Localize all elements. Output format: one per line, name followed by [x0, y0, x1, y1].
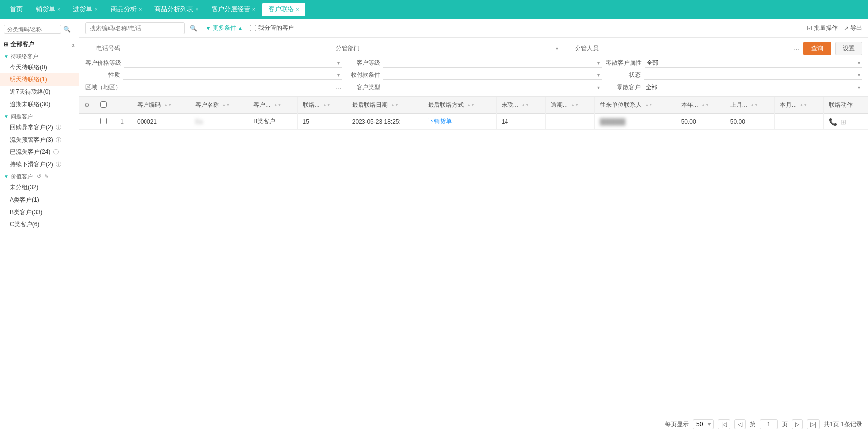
sort-contact-icon[interactable]: ▲▼: [323, 103, 331, 107]
value-refresh-icon[interactable]: ↺: [37, 173, 41, 180]
page-input[interactable]: [760, 419, 778, 429]
nav-purchase-order[interactable]: 进货单 ×: [67, 3, 103, 16]
per-page-select[interactable]: 50: [693, 419, 714, 429]
nav-close-contact[interactable]: ×: [296, 6, 299, 12]
sidebar-item-tomorrow[interactable]: 明天待联络(1): [0, 73, 79, 86]
retail-customer-select[interactable]: 全部: [644, 83, 862, 92]
td-unit-contact: ██████: [595, 114, 676, 130]
nav-home[interactable]: 首页: [4, 3, 29, 16]
grid-action-icon[interactable]: ⊞: [840, 118, 846, 126]
sort-this-year-icon[interactable]: ▲▼: [701, 103, 709, 107]
sidebar-item-7days[interactable]: 近7天待联络(0): [0, 86, 79, 98]
sidebar-item-churned[interactable]: 已流失客户(24) ⓘ: [0, 146, 79, 158]
sidebar-search-input[interactable]: [4, 25, 61, 34]
nav-sales-order[interactable]: 销货单 ×: [30, 3, 66, 16]
select-all-checkbox[interactable]: [100, 101, 107, 108]
price-level-select[interactable]: [124, 58, 342, 67]
sort-code-icon[interactable]: ▲▼: [164, 103, 172, 107]
sort-uncontacted-icon[interactable]: ▲▼: [521, 103, 529, 107]
td-contact: 15: [297, 114, 347, 130]
sort-name-icon[interactable]: ▲▼: [222, 103, 230, 107]
sidebar-item-today[interactable]: 今天待联络(0): [0, 61, 79, 73]
nav-close-product-list[interactable]: ×: [195, 6, 198, 12]
filter-person: 分管人员 ···: [564, 44, 799, 53]
person-dots-btn[interactable]: ···: [794, 45, 799, 53]
sidebar: 🔍 ⊞ 全部客户 « ▼ 待联络客户 今天待联络(0) 明天待联络(1) 近7天…: [0, 19, 79, 432]
th-this-month: 本月... ▲▼: [775, 97, 824, 114]
sidebar-item-churn-warning[interactable]: 流失预警客户(3) ⓘ: [0, 134, 79, 146]
reset-button[interactable]: 设置: [835, 42, 862, 55]
nav-close-product[interactable]: ×: [139, 6, 142, 12]
more-filter-button[interactable]: ▼ 更多条件 ▲: [202, 22, 246, 34]
gear-icon[interactable]: ⚙: [84, 102, 90, 109]
export-button[interactable]: ↗ 导出: [844, 24, 862, 32]
sidebar-collapse-btn[interactable]: «: [71, 41, 75, 49]
sort-overdue-icon[interactable]: ▲▼: [571, 103, 579, 107]
sidebar-all-customers[interactable]: ⊞ 全部客户 «: [0, 38, 79, 51]
customer-level-select[interactable]: [383, 58, 602, 67]
nature-select[interactable]: [123, 71, 342, 79]
td-name[interactable]: Ea: [190, 114, 248, 130]
my-customers-checkbox[interactable]: [250, 25, 256, 31]
prev-page-btn[interactable]: ◁: [734, 419, 746, 429]
filter-phone: 电话号码: [85, 44, 321, 53]
sidebar-item-declining[interactable]: 持续下滑客户(2) ⓘ: [0, 158, 79, 171]
th-row-num: [112, 97, 132, 114]
customer-level-select-wrapper: ▾: [383, 58, 602, 68]
nav-product-analysis[interactable]: 商品分析 ×: [105, 3, 147, 16]
retail-attr-select[interactable]: 全部: [645, 58, 862, 67]
customer-type-select[interactable]: [383, 83, 602, 92]
sidebar-item-unclassified[interactable]: 未分组(32): [0, 181, 79, 194]
nav-customer-contact[interactable]: 客户联络 ×: [262, 3, 305, 16]
phone-action-icon[interactable]: 📞: [829, 118, 837, 126]
sidebar-search-button[interactable]: 🔍: [63, 26, 71, 33]
td-row-num: 1: [112, 114, 132, 130]
region-input[interactable]: [124, 83, 331, 92]
th-settings[interactable]: ⚙: [79, 97, 95, 114]
first-page-btn[interactable]: |◁: [718, 419, 730, 429]
region-dots-btn[interactable]: ···: [336, 84, 342, 92]
nav-customer-tier[interactable]: 客户分层经营 ×: [206, 3, 261, 16]
td-last-contact-method[interactable]: 下销货单: [423, 114, 496, 130]
sidebar-item-class-b[interactable]: B类客户(33): [0, 206, 79, 218]
filter-row-1: 电话号码 分管部门 ▾ 分管人员 ··· 查询 设置: [85, 42, 862, 55]
sort-this-month-icon[interactable]: ▲▼: [799, 103, 807, 107]
retail-attr-select-wrapper: 全部 ▾: [645, 58, 862, 68]
search-input[interactable]: [85, 22, 185, 34]
nav-close-tier[interactable]: ×: [252, 6, 255, 12]
sidebar-group-value[interactable]: ▼ 价值客户 ↺ ✎: [0, 171, 79, 181]
sidebar-item-overdue[interactable]: 逾期未联络(30): [0, 98, 79, 111]
last-page-btn[interactable]: ▷|: [807, 419, 820, 429]
sidebar-item-class-c[interactable]: C类客户(6): [0, 218, 79, 231]
batch-op-button[interactable]: ☑ 批量操作: [807, 24, 838, 32]
status-select[interactable]: [644, 71, 862, 79]
content-area: 🔍 ▼ 更多条件 ▲ 我分管的客户 ☑ 批量操作 ↗ 导出: [79, 19, 868, 432]
filter-region: 区域（地区） ···: [85, 83, 342, 92]
next-page-btn[interactable]: ▷: [792, 419, 803, 429]
filter-nature: 性质 ▾: [85, 71, 342, 80]
sort-category-icon[interactable]: ▲▼: [274, 103, 282, 107]
sort-date-icon[interactable]: ▲▼: [391, 103, 399, 107]
filter-retail-attr: 零散客户属性 全部 ▾: [606, 58, 862, 68]
nav-close-purchase[interactable]: ×: [94, 6, 97, 12]
dept-select[interactable]: [362, 44, 560, 53]
sidebar-item-repurchase-abnormal[interactable]: 回购异常客户(2) ⓘ: [0, 121, 79, 134]
sidebar-group-problem[interactable]: ▼ 问题客户: [0, 111, 79, 121]
filter-customer-level: 客户等级 ▾: [346, 58, 602, 68]
row-checkbox[interactable]: [100, 118, 107, 124]
filter-retail-customer: 零散客户 全部 ▾: [606, 83, 862, 92]
query-button[interactable]: 查询: [803, 42, 831, 55]
nav-close-sales[interactable]: ×: [57, 6, 60, 12]
sort-last-month-icon[interactable]: ▲▼: [750, 103, 758, 107]
search-button[interactable]: 🔍: [189, 24, 198, 33]
nav-product-analysis-list[interactable]: 商品分析列表 ×: [148, 3, 204, 16]
sort-unit-contact-icon[interactable]: ▲▼: [645, 103, 653, 107]
value-edit-icon[interactable]: ✎: [44, 173, 49, 180]
phone-input[interactable]: [123, 44, 321, 53]
sidebar-group-pending[interactable]: ▼ 待联络客户: [0, 51, 79, 61]
person-input[interactable]: [602, 44, 789, 53]
top-nav: 首页 销货单 × 进货单 × 商品分析 × 商品分析列表 × 客户分层经营 × …: [0, 0, 868, 19]
sidebar-item-class-a[interactable]: A类客户(1): [0, 194, 79, 206]
payment-select[interactable]: [383, 71, 602, 79]
sort-method-icon[interactable]: ▲▼: [467, 103, 475, 107]
